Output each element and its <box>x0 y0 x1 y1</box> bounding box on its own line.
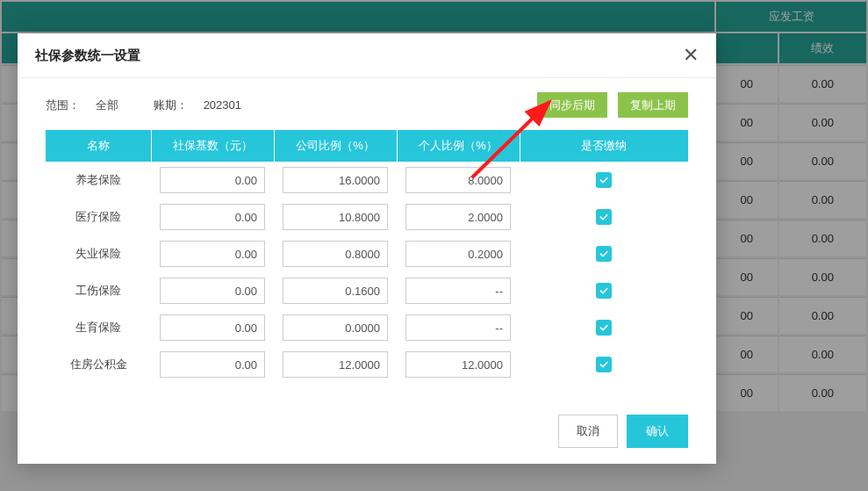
params-table: 名称 社保基数（元） 公司比例（%） 个人比例（%） 是否缴纳 养老保险医疗保险… <box>46 130 688 383</box>
scope-text: 范围：全部 <box>46 98 134 112</box>
col-base: 社保基数（元） <box>151 130 274 162</box>
table-row: 工伤保险 <box>46 272 688 309</box>
copy-previous-button[interactable]: 复制上期 <box>618 92 688 118</box>
table-row: 医疗保险 <box>46 199 688 235</box>
row-name: 住房公积金 <box>46 346 151 383</box>
base-input[interactable] <box>160 204 265 230</box>
confirm-button[interactable]: 确认 <box>627 415 688 448</box>
pay-checkbox[interactable] <box>596 209 612 225</box>
personal-rate-input[interactable] <box>405 278 511 304</box>
sync-later-button[interactable]: 同步后期 <box>537 92 607 118</box>
col-personal-rate: 个人比例（%） <box>397 130 520 162</box>
table-row: 生育保险 <box>46 309 688 346</box>
row-name: 生育保险 <box>46 309 151 346</box>
table-row: 失业保险 <box>46 235 688 272</box>
base-input[interactable] <box>160 314 265 341</box>
close-icon[interactable]: ✕ <box>683 46 699 65</box>
row-name: 养老保险 <box>46 162 151 199</box>
personal-rate-input[interactable] <box>405 204 511 230</box>
company-rate-input[interactable] <box>283 351 388 378</box>
pay-checkbox[interactable] <box>596 246 612 262</box>
row-name: 失业保险 <box>46 235 151 272</box>
base-input[interactable] <box>160 351 265 378</box>
col-company-rate: 公司比例（%） <box>274 130 397 162</box>
company-rate-input[interactable] <box>283 204 388 230</box>
modal-header: 社保参数统一设置 ✕ <box>18 33 716 78</box>
pay-checkbox[interactable] <box>596 172 612 188</box>
base-input[interactable] <box>160 278 265 304</box>
company-rate-input[interactable] <box>283 314 388 341</box>
social-insurance-settings-modal: 社保参数统一设置 ✕ 范围：全部 账期：202301 同步后期 复制上期 名称 … <box>18 33 716 464</box>
cancel-button[interactable]: 取消 <box>558 415 618 448</box>
period-text: 账期：202301 <box>154 98 257 112</box>
row-name: 医疗保险 <box>46 199 151 235</box>
pay-checkbox[interactable] <box>596 320 612 336</box>
col-name: 名称 <box>46 130 151 162</box>
modal-title: 社保参数统一设置 <box>35 47 140 64</box>
personal-rate-input[interactable] <box>405 351 511 378</box>
info-row: 范围：全部 账期：202301 同步后期 复制上期 <box>46 92 688 118</box>
company-rate-input[interactable] <box>283 167 388 193</box>
pay-checkbox[interactable] <box>596 283 612 299</box>
company-rate-input[interactable] <box>283 241 388 267</box>
table-row: 养老保险 <box>46 162 688 199</box>
pay-checkbox[interactable] <box>596 357 612 372</box>
table-row: 住房公积金 <box>46 346 688 383</box>
base-input[interactable] <box>160 167 265 193</box>
personal-rate-input[interactable] <box>405 167 511 193</box>
company-rate-input[interactable] <box>283 278 388 304</box>
row-name: 工伤保险 <box>46 272 151 309</box>
modal-footer: 取消 确认 <box>18 406 716 464</box>
base-input[interactable] <box>160 241 265 267</box>
col-pay: 是否缴纳 <box>520 130 688 162</box>
personal-rate-input[interactable] <box>405 314 511 341</box>
personal-rate-input[interactable] <box>405 241 511 267</box>
modal-body: 范围：全部 账期：202301 同步后期 复制上期 名称 社保基数（元） 公司比… <box>18 78 716 406</box>
